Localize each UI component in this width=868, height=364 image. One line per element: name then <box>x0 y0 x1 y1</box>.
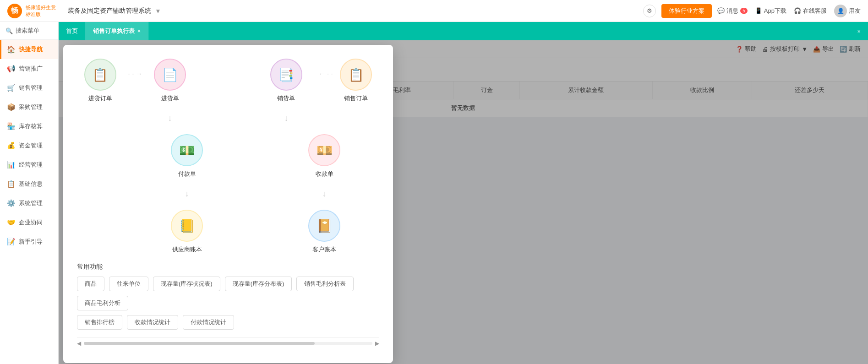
payment-label: 付款单 <box>178 170 196 178</box>
top-right-area: 💬 消息 5 📱 App下载 🎧 在线客服 👤 用友 <box>717 5 861 17</box>
app-download-button[interactable]: 📱 App下载 <box>755 7 786 15</box>
title-dropdown-icon[interactable]: ▼ <box>155 7 161 15</box>
message-icon: 💬 <box>717 7 725 14</box>
user-button[interactable]: 👤 用友 <box>834 5 861 17</box>
message-badge: 5 <box>740 8 748 14</box>
logo-area: 畅 畅康通好生意 标准版 <box>7 4 62 18</box>
search-icon: 🔍 <box>5 27 13 34</box>
finance-icon: 💰 <box>7 141 15 150</box>
flow-node-purchase-bill: 📄 进货单 <box>147 59 193 103</box>
scrollbar-right-arrow[interactable]: ▶ <box>375 340 379 347</box>
page-content: ❓ 帮助 🖨 按模板打印 ▼ 📤 导出 🔄 刷新 <box>59 40 868 364</box>
tab-sales-order[interactable]: 销售订单执行表 × <box>86 22 148 40</box>
purchase-bill-label: 进货单 <box>161 94 179 103</box>
sidebar-item-operations[interactable]: 📊 经营管理 <box>0 155 58 174</box>
user-avatar: 👤 <box>834 5 847 17</box>
scrollbar-thumb[interactable] <box>84 342 315 345</box>
sales-order-circle[interactable]: 📋 <box>340 59 372 91</box>
download-icon: 📱 <box>755 7 762 14</box>
modal-box: 📋 进货订单 - - → 📄 进货单 <box>63 45 393 363</box>
purchase-bill-circle[interactable]: 📄 <box>154 59 186 91</box>
online-service-button[interactable]: 🎧 在线客服 <box>794 7 827 15</box>
search-menu-button[interactable]: 🔍 搜索菜单 <box>0 22 58 40</box>
customer-ledger-label: 客户账本 <box>312 245 336 254</box>
purchase-order-circle[interactable]: 📋 <box>84 59 116 91</box>
arrow-down-payment: ↓ <box>159 187 214 201</box>
system-title-text: 装备及固定资产辅助管理系统 <box>68 7 151 15</box>
sidebar-item-enterprise[interactable]: 🤝 企业协同 <box>0 213 58 232</box>
settings-gear-button[interactable]: ⚙ <box>643 5 656 17</box>
logo-text: 畅康通好生意 标准版 <box>26 4 56 17</box>
flow-row-arrows-1: ↓ ↓ <box>77 112 379 125</box>
flow-diagram: 📋 进货订单 - - → 📄 进货单 <box>77 59 379 254</box>
modal-overlay: 📋 进货订单 - - → 📄 进货单 <box>59 40 868 364</box>
inventory-icon: 🏪 <box>7 122 15 130</box>
flow-node-supplier-ledger: 📒 供应商账本 <box>159 210 214 254</box>
home-icon: 🏠 <box>7 45 15 54</box>
flow-node-sales-order: 📋 销售订单 <box>333 59 379 103</box>
arrow-purchase-to-purchase-bill: - - → <box>124 70 147 91</box>
system-title-area: 装备及固定资产辅助管理系统 ▼ <box>68 7 638 15</box>
sidebar-item-basic-info[interactable]: 📋 基础信息 <box>0 174 58 194</box>
flow-row-1: 📋 进货订单 - - → 📄 进货单 <box>77 59 379 103</box>
func-btn-product[interactable]: 商品 <box>77 277 104 291</box>
arrow-down-sales-bill: ↓ <box>263 112 310 125</box>
func-btn-receipt-stats[interactable]: 收款情况统计 <box>127 315 178 330</box>
sidebar-item-system[interactable]: ⚙️ 系统管理 <box>0 194 58 213</box>
flow-row-3: 📒 供应商账本 📔 客户账本 <box>77 210 379 254</box>
sidebar-item-inventory[interactable]: 🏪 库存核算 <box>0 117 58 136</box>
trial-button[interactable]: 体验行业方案 <box>661 4 712 18</box>
arrow-down-purchase-bill: ↓ <box>147 112 193 125</box>
common-functions: 常用功能 商品 往来单位 现存量(库存状况表) 现存量(库存分布表) 销售毛利分… <box>77 263 379 330</box>
basic-info-icon: 📋 <box>7 180 15 188</box>
flow-node-sales-bill: 📑 销货单 <box>263 59 310 103</box>
flow-row-2: 💵 付款单 💴 收款单 <box>77 134 379 178</box>
func-btn-product-gross[interactable]: 商品毛利分析 <box>77 296 128 310</box>
system-icon: ⚙️ <box>7 199 15 207</box>
arrow-sales-order-to-sales-bill: - - → <box>310 70 333 91</box>
service-icon: 🎧 <box>794 7 801 14</box>
sidebar-item-purchase[interactable]: 📦 采购管理 <box>0 98 58 117</box>
modal-scrollbar: ◀ ▶ <box>77 337 379 349</box>
tab-bar-close-button[interactable]: × <box>850 28 868 35</box>
func-btn-sales-rank[interactable]: 销售排行榜 <box>77 315 122 330</box>
sidebar-item-marketing[interactable]: 📢 营销推广 <box>0 59 58 78</box>
sidebar-item-finance[interactable]: 💰 资金管理 <box>0 136 58 155</box>
function-buttons-row2: 销售排行榜 收款情况统计 付款情况统计 <box>77 315 379 330</box>
payment-circle[interactable]: 💵 <box>171 134 203 166</box>
func-btn-stock-status[interactable]: 现存量(库存状况表) <box>153 277 220 291</box>
scrollbar-left-arrow[interactable]: ◀ <box>77 340 81 347</box>
func-btn-payment-stats[interactable]: 付款情况统计 <box>183 315 234 330</box>
receipt-label: 收款单 <box>316 170 333 178</box>
sales-icon: 🛒 <box>7 84 15 92</box>
sidebar-item-sales[interactable]: 🛒 销售管理 <box>0 78 58 98</box>
sales-bill-label: 销货单 <box>277 94 295 103</box>
sidebar-item-guide[interactable]: 📝 新手引导 <box>0 232 58 251</box>
flow-row-arrows-2: ↓ ↓ <box>77 187 379 201</box>
func-btn-sales-gross[interactable]: 销售毛利分析表 <box>296 277 354 291</box>
tab-bar: 首页 销售订单执行表 × × <box>59 22 868 40</box>
operations-icon: 📊 <box>7 161 15 169</box>
tab-close-icon[interactable]: × <box>137 28 141 34</box>
function-buttons-row1: 商品 往来单位 现存量(库存状况表) 现存量(库存分布表) 销售毛利分析表 商品… <box>77 277 379 310</box>
func-btn-partner[interactable]: 往来单位 <box>109 277 148 291</box>
supplier-ledger-label: 供应商账本 <box>172 245 202 254</box>
receipt-circle[interactable]: 💴 <box>308 134 340 166</box>
purchase-order-label: 进货订单 <box>88 94 112 103</box>
sidebar: 🔍 搜索菜单 🏠 快捷导航 📢 营销推广 🛒 销售管理 📦 采购管理 🏪 <box>0 22 59 364</box>
sales-bill-circle[interactable]: 📑 <box>270 59 302 91</box>
sidebar-item-quick-nav[interactable]: 🏠 快捷导航 <box>0 40 58 59</box>
func-btn-stock-dist[interactable]: 现存量(库存分布表) <box>225 277 292 291</box>
message-button[interactable]: 💬 消息 5 <box>717 7 748 15</box>
arrow-down-receipt: ↓ <box>297 187 352 201</box>
tab-home[interactable]: 首页 <box>59 22 86 40</box>
customer-ledger-circle[interactable]: 📔 <box>308 210 340 242</box>
scrollbar-track <box>84 342 372 345</box>
supplier-ledger-circle[interactable]: 📒 <box>171 210 203 242</box>
enterprise-icon: 🤝 <box>7 218 15 227</box>
flow-node-payment: 💵 付款单 <box>159 134 214 178</box>
marketing-icon: 📢 <box>7 65 15 73</box>
common-functions-title: 常用功能 <box>77 263 379 271</box>
content-area: 首页 销售订单执行表 × × ❓ 帮助 🖨 <box>59 22 868 364</box>
sales-order-label: 销售订单 <box>344 94 368 103</box>
